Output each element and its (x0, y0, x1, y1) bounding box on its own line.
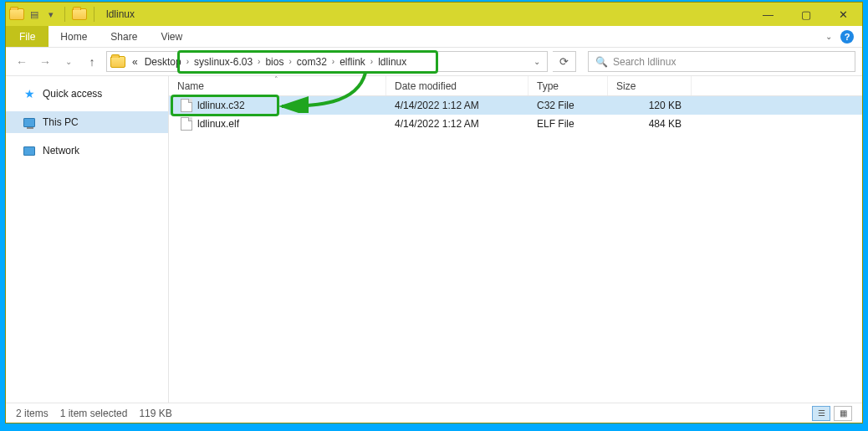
up-button[interactable]: ↑ (83, 53, 101, 71)
folder-icon (72, 8, 87, 20)
qat-newfolder-icon[interactable]: ▾ (44, 8, 58, 21)
file-icon (181, 117, 192, 131)
column-header-type[interactable]: Type (528, 76, 608, 95)
chevron-right-icon[interactable]: › (369, 57, 375, 66)
explorer-window: ▤ ▾ ldlinux — ▢ ✕ File Home Share View ⌄… (5, 2, 863, 423)
status-selected-size: 119 KB (139, 408, 171, 419)
divider (94, 7, 94, 22)
file-list[interactable]: ldlinux.c32 4/14/2022 1:12 AM C32 File 1… (169, 96, 862, 403)
sidebar-item-label: Quick access (43, 88, 102, 100)
titlebar: ▤ ▾ ldlinux — ▢ ✕ (6, 3, 862, 26)
chevron-right-icon[interactable]: › (330, 57, 336, 66)
star-icon: ★ (23, 87, 36, 100)
column-header-size[interactable]: Size (608, 76, 692, 95)
menu-share[interactable]: Share (99, 26, 149, 47)
help-icon[interactable]: ? (840, 30, 854, 44)
body-area: ★ Quick access This PC Network ˄ Name Da… (6, 76, 862, 403)
menu-file[interactable]: File (6, 26, 49, 47)
maximize-button[interactable]: ▢ (787, 3, 825, 26)
breadcrumb-com32[interactable]: com32 (294, 52, 330, 71)
file-date: 4/14/2022 1:12 AM (386, 118, 528, 130)
menu-home[interactable]: Home (49, 26, 99, 47)
content-pane: ˄ Name Date modified Type Size ldlinux.c… (169, 76, 862, 403)
file-size: 120 KB (608, 100, 692, 111)
menu-view[interactable]: View (149, 26, 194, 47)
refresh-button[interactable]: ⟳ (553, 51, 576, 72)
minimize-button[interactable]: — (749, 3, 787, 26)
file-icon (181, 99, 192, 112)
breadcrumb-ellipsis[interactable]: « (129, 52, 141, 71)
breadcrumb-syslinux[interactable]: syslinux-6.03 (191, 52, 256, 71)
file-name: ldlinux.elf (197, 118, 239, 130)
menubar: File Home Share View ⌄ ? (6, 26, 862, 48)
address-dropdown-icon[interactable]: ⌄ (527, 57, 547, 66)
breadcrumb-desktop[interactable]: Desktop (141, 52, 185, 71)
ribbon-expand-icon[interactable]: ⌄ (825, 32, 832, 41)
sidebar: ★ Quick access This PC Network (6, 76, 169, 403)
file-type: ELF File (528, 118, 608, 130)
breadcrumb-elflink[interactable]: elflink (336, 52, 369, 71)
folder-icon (9, 8, 24, 20)
sidebar-item-thispc[interactable]: This PC (6, 111, 168, 133)
divider (64, 7, 65, 22)
column-header-row: ˄ Name Date modified Type Size (169, 76, 862, 96)
status-selected-count: 1 item selected (60, 408, 128, 419)
qat-properties-icon[interactable]: ▤ (28, 8, 41, 21)
forward-button[interactable]: → (36, 53, 54, 71)
search-icon: 🔍 (595, 56, 608, 68)
sidebar-item-label: Network (43, 145, 79, 156)
folder-icon (110, 56, 125, 68)
file-size: 484 KB (608, 118, 692, 130)
address-bar[interactable]: « Desktop › syslinux-6.03 › bios › com32… (106, 51, 548, 72)
chevron-right-icon[interactable]: › (256, 57, 262, 66)
recent-locations-icon[interactable]: ⌄ (59, 53, 78, 71)
view-icons-button[interactable]: ▦ (834, 406, 852, 421)
close-button[interactable]: ✕ (825, 3, 862, 26)
search-placeholder: Search ldlinux (613, 56, 676, 68)
file-date: 4/14/2022 1:12 AM (386, 100, 528, 111)
sidebar-item-network[interactable]: Network (6, 140, 168, 162)
sidebar-item-quickaccess[interactable]: ★ Quick access (6, 83, 168, 105)
chevron-right-icon[interactable]: › (287, 57, 293, 66)
status-item-count: 2 items (16, 408, 49, 419)
sort-indicator-icon: ˄ (274, 76, 278, 84)
search-input[interactable]: 🔍 Search ldlinux (588, 51, 855, 72)
view-details-button[interactable]: ☰ (812, 406, 830, 421)
breadcrumb-ldlinux[interactable]: ldlinux (375, 52, 410, 71)
breadcrumb-bios[interactable]: bios (262, 52, 287, 71)
file-row[interactable]: ldlinux.c32 4/14/2022 1:12 AM C32 File 1… (169, 96, 862, 115)
back-button[interactable]: ← (13, 53, 31, 71)
window-title: ldlinux (106, 8, 135, 20)
file-name: ldlinux.c32 (197, 100, 245, 111)
chevron-right-icon[interactable]: › (185, 57, 191, 66)
pc-icon (23, 115, 36, 129)
column-header-date[interactable]: Date modified (386, 76, 528, 95)
navbar: ← → ⌄ ↑ « Desktop › syslinux-6.03 › bios… (6, 48, 862, 76)
file-type: C32 File (528, 100, 608, 111)
statusbar: 2 items 1 item selected 119 KB ☰ ▦ (6, 403, 862, 423)
file-row[interactable]: ldlinux.elf 4/14/2022 1:12 AM ELF File 4… (169, 115, 862, 133)
sidebar-item-label: This PC (43, 116, 79, 128)
network-icon (23, 144, 36, 157)
